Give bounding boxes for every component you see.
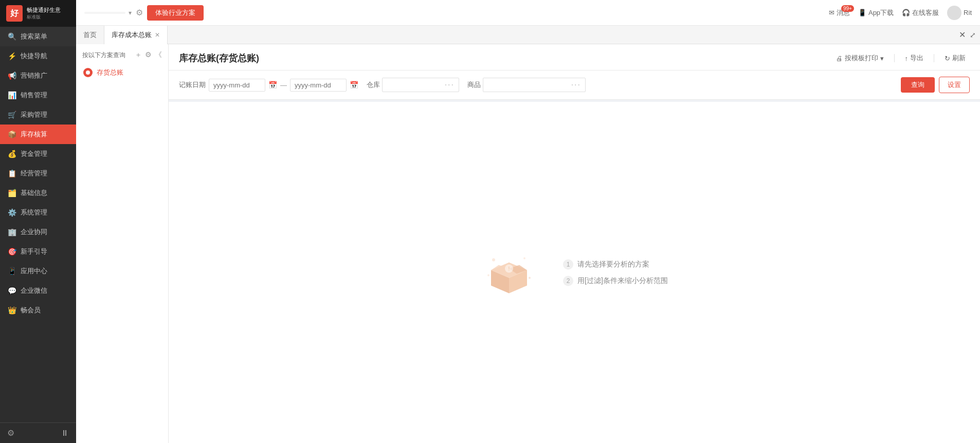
app-version: 标准版	[27, 14, 61, 21]
content-area: 库存总账(存货总账) 🖨 按模板打印 ▾ ↑ 导出 ↻ 刷	[169, 44, 980, 443]
sidebar-item-marketing[interactable]: 📢 营销推广	[0, 66, 76, 85]
tab-home[interactable]: 首页	[76, 26, 104, 44]
sidebar-item-wechat[interactable]: 💬 企业微信	[0, 281, 76, 300]
panel-resize-button[interactable]: ⤢	[970, 31, 976, 39]
action-divider	[894, 54, 895, 62]
warehouse-select[interactable]: ···	[382, 78, 459, 92]
chevron-down-icon[interactable]: ▾	[129, 9, 132, 16]
sidebar-item-label: 企业协同	[21, 227, 47, 237]
sidebar-item-label: 畅会员	[21, 306, 41, 315]
print-button[interactable]: 🖨 按模板打印 ▾	[832, 51, 888, 65]
headset-icon: 🎧	[902, 9, 910, 16]
refresh-button[interactable]: ↻ 刷新	[940, 51, 970, 65]
collapse-filter-icon[interactable]: 《	[155, 50, 162, 60]
sidebar-item-enterprise[interactable]: 🏢 企业协同	[0, 222, 76, 242]
svg-point-11	[529, 277, 531, 279]
app-logo: 好 畅捷通好生意 标准版	[0, 0, 76, 27]
svg-point-10	[487, 274, 489, 276]
sidebar-item-label: 系统管理	[21, 208, 47, 217]
sidebar-nav: ⚡ 快捷导航 📢 营销推广 📊 销售管理 🛒 采购管理 📦 库存核算 💰 资金管…	[0, 46, 76, 422]
trial-button[interactable]: 体验行业方案	[147, 5, 204, 21]
sidebar-item-label: 应用中心	[21, 267, 47, 276]
filter-dot-icon	[83, 68, 93, 77]
print-dropdown-icon[interactable]: ▾	[880, 55, 884, 62]
topbar-settings-icon[interactable]: ⚙	[136, 8, 143, 17]
sales-icon: 📊	[7, 91, 16, 100]
date-from-input[interactable]	[209, 79, 265, 92]
main-area: ▾ ⚙ 体验行业方案 ✉ 消息 99+ 📱 App下载 🎧 在线客服 Rit	[76, 0, 980, 443]
goods-label: 商品	[467, 80, 481, 90]
sidebar-item-purchase[interactable]: 🛒 采购管理	[0, 105, 76, 125]
action-divider2	[934, 54, 934, 62]
sidebar-item-inventory[interactable]: 📦 库存核算	[0, 125, 76, 144]
topbar-left: ▾ ⚙ 体验行业方案	[84, 5, 204, 21]
enterprise-icon: 🏢	[7, 227, 16, 237]
filter-item-inventory[interactable]: 存货总账	[76, 64, 168, 81]
tabbar: 首页 库存成本总账 ✕ ✕ ⤢	[76, 26, 980, 44]
app-name: 畅捷通好生意	[27, 6, 61, 13]
settings-button[interactable]: 设置	[939, 77, 970, 93]
settings-footer-icon[interactable]: ⚙	[7, 428, 14, 438]
panel-close-button[interactable]: ✕	[959, 30, 966, 40]
add-filter-icon[interactable]: ＋	[135, 50, 142, 60]
tip-num-1: 1	[563, 259, 573, 270]
sidebar-item-system[interactable]: ⚙️ 系统管理	[0, 203, 76, 222]
app-download-label: App下载	[868, 8, 894, 17]
sidebar-item-label: 新手引导	[21, 247, 47, 256]
settings-filter-icon[interactable]: ⚙	[145, 50, 152, 60]
collapse-icon[interactable]: ⏸	[61, 429, 69, 438]
phone-icon: 📱	[858, 9, 866, 16]
goods-field: 商品 ···	[467, 78, 586, 92]
vip-icon: 👑	[7, 306, 16, 315]
sidebar-item-vip[interactable]: 👑 畅会员	[0, 300, 76, 320]
calendar-from-icon[interactable]: 📅	[268, 81, 277, 89]
sidebar-item-operation[interactable]: 📋 经营管理	[0, 164, 76, 183]
tab-inventory-label: 库存成本总账	[112, 30, 152, 40]
logo-icon: 好	[6, 5, 23, 22]
search-menu-item[interactable]: 🔍 搜索菜单	[0, 27, 76, 46]
search-button[interactable]: 查询	[901, 77, 935, 93]
sidebar-item-newuser[interactable]: 🎯 新手引导	[0, 242, 76, 261]
system-icon: ⚙️	[7, 208, 16, 217]
calendar-to-icon[interactable]: 📅	[350, 81, 358, 89]
wechat-icon: 💬	[7, 286, 16, 295]
marketing-icon: 📢	[7, 71, 16, 80]
sidebar-item-basic[interactable]: 🗂️ 基础信息	[0, 183, 76, 203]
empty-state: ! 1 请先选择要分析的方案	[169, 102, 980, 443]
tab-inventory-ledger[interactable]: 库存成本总账 ✕	[104, 26, 168, 44]
goods-select[interactable]: ···	[483, 78, 586, 92]
sidebar-item-label: 库存核算	[21, 130, 47, 139]
purchase-icon: 🛒	[7, 110, 16, 119]
warehouse-field: 仓库 ···	[367, 78, 459, 92]
app-download-item[interactable]: 📱 App下载	[858, 8, 894, 17]
sidebar-item-shortcut[interactable]: ⚡ 快捷导航	[0, 46, 76, 66]
date-to-input[interactable]	[290, 79, 347, 92]
empty-tips: 1 请先选择要分析的方案 2 用[过滤]条件来缩小分析范围	[563, 259, 668, 286]
search-menu-label: 搜索菜单	[21, 32, 47, 41]
newuser-icon: 🎯	[7, 247, 16, 256]
shortcut-icon: ⚡	[7, 51, 16, 61]
goods-dots-icon: ···	[571, 80, 581, 90]
svg-point-0	[86, 70, 90, 75]
appstore-icon: 📱	[7, 267, 16, 276]
export-button[interactable]: ↑ 导出	[901, 51, 928, 65]
online-service-item[interactable]: 🎧 在线客服	[902, 8, 939, 17]
tab-close-icon[interactable]: ✕	[155, 31, 160, 39]
export-icon: ↑	[905, 55, 909, 62]
operation-icon: 📋	[7, 169, 16, 178]
date-separator: —	[280, 81, 287, 89]
basic-icon: 🗂️	[7, 188, 16, 198]
user-avatar	[947, 6, 961, 20]
svg-text:!: !	[509, 266, 510, 272]
sidebar-item-sales[interactable]: 📊 销售管理	[0, 85, 76, 105]
warehouse-label: 仓库	[367, 80, 380, 90]
user-item[interactable]: Rit	[947, 6, 972, 20]
tip-text-2: 用[过滤]条件来缩小分析范围	[577, 276, 668, 286]
filter-actions: ＋ ⚙ 《	[135, 50, 162, 60]
empty-inner: ! 1 请先选择要分析的方案	[481, 242, 668, 304]
sidebar-item-finance[interactable]: 💰 资金管理	[0, 144, 76, 164]
sidebar-item-appstore[interactable]: 📱 应用中心	[0, 261, 76, 281]
messages-item[interactable]: ✉ 消息 99+	[829, 8, 850, 17]
online-service-label: 在线客服	[912, 8, 939, 17]
svg-point-9	[523, 257, 525, 259]
